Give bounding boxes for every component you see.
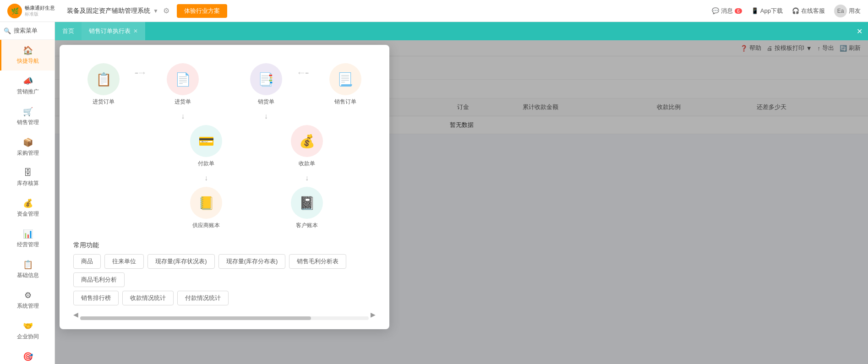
customer-icon: 📓 (299, 196, 315, 211)
search-icon: 🔍 (4, 27, 11, 34)
logo-text: 畅康通好生意 标准版 (25, 5, 55, 17)
arrow-h-1: ···→ (134, 59, 153, 79)
sidebar-item-finance[interactable]: 💰 资金管理 (0, 193, 55, 223)
user-item[interactable]: Ea 用友 (834, 5, 861, 17)
sidebar-item-enterprise[interactable]: 🤝 企业协同 (0, 315, 55, 346)
flow-node-sales-order[interactable]: 📃 销售订单 (315, 59, 376, 110)
app-container: 🌿 畅康通好生意 标准版 装备及固定资产辅助管理系统 ▼ ⚙ 体验行业方案 💬 … (0, 0, 868, 364)
logo-icon: 🌿 (7, 4, 22, 18)
flow-node-receipt[interactable]: 💰 收款单 (270, 120, 344, 172)
guide-icon: 🎯 (23, 352, 33, 362)
purchase-bill-icon: 📄 (175, 72, 191, 87)
top-bar: 🌿 畅康通好生意 标准版 装备及固定资产辅助管理系统 ▼ ⚙ 体验行业方案 💬 … (0, 0, 868, 22)
flow-row-2: 💳 付款单 💰 收款单 (73, 120, 376, 172)
payment-icon: 💳 (198, 134, 214, 149)
sidebar-item-guide[interactable]: 🎯 新手引导 (0, 346, 55, 364)
top-right: 💬 消息 6 📱 App下载 🎧 在线客服 Ea 用友 (712, 5, 861, 17)
message-icon: 💬 (712, 7, 719, 14)
sidebar-item-system[interactable]: ⚙ 系统管理 (0, 285, 55, 315)
func-btn-product[interactable]: 商品 (73, 254, 101, 269)
arrow-down-purchase: ↓ (153, 112, 213, 120)
func-btn-payment-stat[interactable]: 付款情况统计 (177, 291, 229, 305)
sidebar-item-inventory[interactable]: 🗄 库存核算 (0, 163, 55, 193)
supplier-icon: 📒 (198, 196, 214, 211)
func-btn-receipt-stat[interactable]: 收款情况统计 (122, 291, 174, 305)
tab-home[interactable]: 首页 (55, 22, 82, 40)
func-buttons-row-1: 商品 往来单位 现存量(库存状况表) 现存量(库存分布表) 销售毛利分析表 商品… (73, 254, 376, 287)
func-btn-product-profit[interactable]: 商品毛利分析 (73, 272, 125, 287)
inventory-icon: 🗄 (24, 168, 32, 178)
logo-area: 🌿 畅康通好生意 标准版 (7, 4, 62, 18)
headset-icon: 🎧 (792, 7, 799, 14)
basic-info-icon: 📋 (23, 260, 33, 270)
operations-icon: 📊 (23, 229, 33, 239)
sidebar-item-quick-nav[interactable]: 🏠 快捷导航 (0, 40, 55, 71)
scroll-right-icon[interactable]: ▶ (371, 311, 376, 318)
system-title-area: 装备及固定资产辅助管理系统 ▼ ⚙ (67, 6, 169, 15)
flow-row-3: 📒 供应商账本 📓 客户账本 (73, 182, 376, 234)
avatar-label: Ea (837, 8, 844, 14)
arrow-h-2: ←··· (296, 59, 315, 79)
flow-node-purchase-bill[interactable]: 📄 进货单 (153, 59, 213, 110)
receipt-icon: 💰 (299, 134, 315, 149)
arrow-down-payment: ↓ (169, 174, 243, 182)
home-icon: 🏠 (23, 45, 33, 55)
system-icon: ⚙ (24, 290, 32, 300)
system-title: 装备及固定资产辅助管理系统 (67, 7, 150, 15)
flow-modal: 📋 进货订单 ···→ (60, 45, 389, 329)
flow-row-1: 📋 进货订单 ···→ (73, 59, 376, 110)
common-functions-title: 常用功能 (73, 241, 376, 250)
arrow-down-receipt: ↓ (270, 174, 344, 182)
func-btn-partner[interactable]: 往来单位 (104, 254, 144, 269)
flow-arrows-down-row: ↓ ↓ (73, 112, 376, 120)
content-area: 首页 销售订单执行表 ✕ ✕ ❓ 帮助 🖨 (55, 22, 868, 364)
message-item[interactable]: 💬 消息 6 (712, 7, 742, 15)
sidebar-item-sales[interactable]: 🛒 销售管理 (0, 101, 55, 132)
func-buttons-row-2: 销售排行榜 收款情况统计 付款情况统计 (73, 291, 376, 305)
overlay: 📋 进货订单 ···→ (55, 40, 868, 364)
system-dropdown-icon[interactable]: ▼ (153, 8, 158, 14)
func-btn-stock-dist[interactable]: 现存量(库存分布表) (218, 254, 286, 269)
finance-icon: 💰 (23, 198, 33, 208)
flow-section: 📋 进货订单 ···→ (73, 59, 376, 234)
try-button[interactable]: 体验行业方案 (177, 4, 227, 18)
page-content: ❓ 帮助 🖨 按模板打印 ▼ ↑ 导出 🔄 刷新 (55, 40, 868, 364)
sales-order-icon: 📃 (337, 72, 353, 87)
modal-scrollbar[interactable] (80, 316, 369, 320)
func-btn-stock-status[interactable]: 现存量(库存状况表) (147, 254, 215, 269)
scrollbar-thumb (80, 316, 311, 320)
sidebar-item-basic-info[interactable]: 📋 基础信息 (0, 254, 55, 285)
sidebar-item-purchase[interactable]: 📦 采购管理 (0, 132, 55, 163)
flow-node-purchase-order[interactable]: 📋 进货订单 (73, 59, 134, 110)
sidebar: 🔍 搜索菜单 🏠 快捷导航 📣 营销推广 🛒 销售管理 📦 采购管理 🗄 (0, 22, 55, 364)
flow-node-customer[interactable]: 📓 客户账本 (270, 182, 344, 234)
message-badge: 6 (735, 8, 742, 14)
flow-node-payment[interactable]: 💳 付款单 (169, 120, 243, 172)
purchase-icon: 📦 (23, 137, 33, 147)
flow-arrows-down-row-2: ↓ ↓ (73, 174, 376, 182)
tab-sales-order[interactable]: 销售订单执行表 ✕ (82, 22, 145, 40)
enterprise-icon: 🤝 (23, 321, 33, 331)
purchase-order-icon: 📋 (96, 72, 112, 87)
func-btn-sales-profit[interactable]: 销售毛利分析表 (289, 254, 346, 269)
tab-bar-close-icon[interactable]: ✕ (857, 27, 863, 36)
search-menu[interactable]: 🔍 搜索菜单 (0, 22, 55, 40)
sales-bill-icon: 📑 (258, 72, 274, 87)
common-functions: 常用功能 商品 往来单位 现存量(库存状况表) 现存量(库存分布表) 销售毛利分… (73, 241, 376, 305)
online-service-item[interactable]: 🎧 在线客服 (792, 7, 825, 15)
settings-icon[interactable]: ⚙ (163, 6, 169, 15)
avatar: Ea (834, 5, 847, 17)
modal-scrollbar-row: ◀ ▶ (73, 309, 376, 320)
tab-bar: 首页 销售订单执行表 ✕ ✕ (55, 22, 868, 40)
sidebar-item-marketing[interactable]: 📣 营销推广 (0, 71, 55, 101)
flow-node-sales-bill[interactable]: 📑 销货单 (235, 59, 296, 110)
sales-icon: 🛒 (23, 107, 33, 117)
func-btn-sales-rank[interactable]: 销售排行榜 (73, 291, 119, 305)
marketing-icon: 📣 (23, 76, 33, 86)
tab-close-icon[interactable]: ✕ (133, 28, 138, 34)
scroll-left-icon[interactable]: ◀ (73, 311, 78, 318)
flow-node-supplier[interactable]: 📒 供应商账本 (169, 182, 243, 234)
sidebar-item-operations[interactable]: 📊 经营管理 (0, 223, 55, 254)
app-download-item[interactable]: 📱 App下载 (751, 7, 783, 15)
main-area: 🔍 搜索菜单 🏠 快捷导航 📣 营销推广 🛒 销售管理 📦 采购管理 🗄 (0, 22, 868, 364)
